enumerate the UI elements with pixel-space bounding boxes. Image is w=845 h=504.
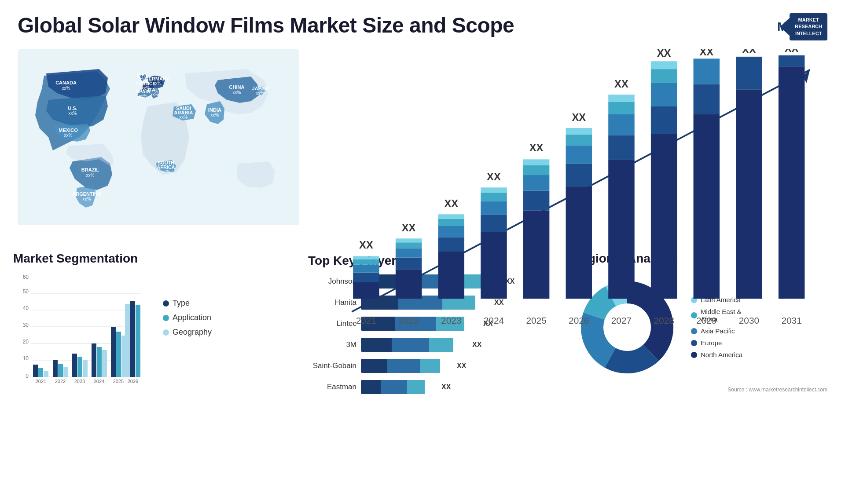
svg-rect-70 [566,186,592,299]
page-title: Global Solar Window Films Market Size an… [18,13,514,37]
svg-rect-64 [523,191,549,211]
world-map-svg: CANADA xx% U.S. xx% MEXICO xx% BRAZIL xx… [18,49,299,225]
svg-rect-49 [438,252,464,299]
svg-text:10: 10 [23,355,29,362]
svg-rect-36 [353,273,379,282]
svg-rect-128 [83,360,88,377]
svg-rect-120 [44,371,48,377]
svg-text:xx%: xx% [211,113,219,117]
player-bar-saintgobain: XX [361,359,555,373]
svg-rect-123 [58,364,63,377]
svg-text:2025: 2025 [526,315,546,325]
svg-text:2026: 2026 [569,315,589,325]
svg-text:XX: XX [402,222,416,234]
svg-rect-39 [353,256,379,259]
svg-rect-122 [53,360,58,377]
svg-rect-132 [102,350,107,377]
svg-rect-73 [566,135,592,146]
svg-text:2027: 2027 [611,315,632,325]
svg-text:XX: XX [742,49,756,55]
svg-text:2028: 2028 [654,315,674,325]
svg-rect-37 [353,265,379,273]
svg-text:xx%: xx% [64,133,73,138]
svg-text:XX: XX [487,171,501,183]
page-header: Global Solar Window Films Market Size an… [0,0,845,45]
logo-box: MARKET RESEARCH INTELLECT [790,13,827,40]
svg-rect-78 [608,135,634,160]
svg-rect-59 [481,193,507,201]
svg-text:2024: 2024 [484,315,504,325]
svg-rect-91 [694,114,720,299]
svg-rect-52 [438,219,464,226]
svg-text:xx%: xx% [83,197,91,201]
player-name-eastman: Eastman [308,383,356,391]
svg-rect-50 [438,237,464,252]
svg-text:2023: 2023 [74,379,85,384]
svg-text:2023: 2023 [441,315,461,325]
svg-rect-35 [353,282,379,299]
svg-text:xx%: xx% [153,81,162,86]
svg-rect-81 [608,95,634,102]
svg-text:XX: XX [699,49,713,58]
svg-rect-72 [566,146,592,164]
svg-text:ARGENTINA: ARGENTINA [72,191,101,197]
svg-text:2024: 2024 [94,379,104,384]
svg-text:2021: 2021 [36,379,46,384]
svg-text:U.S.: U.S. [68,106,77,111]
svg-rect-101 [779,66,805,299]
svg-rect-119 [38,368,43,377]
svg-rect-131 [97,347,102,377]
svg-rect-127 [77,357,82,377]
svg-rect-98 [736,57,762,89]
svg-rect-97 [736,89,762,299]
svg-rect-102 [779,55,805,66]
svg-text:XX: XX [614,78,628,90]
svg-text:xx%: xx% [162,169,170,174]
svg-rect-84 [651,134,677,299]
svg-text:xx%: xx% [62,86,70,91]
svg-rect-130 [92,343,96,377]
svg-text:2022: 2022 [398,315,419,325]
svg-text:xx%: xx% [180,115,188,120]
svg-text:2029: 2029 [696,315,716,325]
svg-rect-53 [438,214,464,219]
svg-text:2025: 2025 [113,379,124,384]
svg-text:xx%: xx% [86,173,95,178]
svg-text:2031: 2031 [781,315,801,325]
svg-rect-44 [396,248,422,258]
svg-text:BRAZIL: BRAZIL [81,167,99,172]
bar-chart-svg: XX 2021 XX 2022 XX 2023 [312,49,823,339]
svg-text:XX: XX [444,197,458,209]
svg-rect-92 [694,84,720,114]
svg-rect-56 [481,232,507,299]
svg-rect-63 [523,211,549,299]
svg-rect-80 [608,102,634,114]
svg-text:CANADA: CANADA [55,80,77,85]
svg-rect-42 [396,269,422,299]
svg-text:xx%: xx% [69,111,77,116]
svg-text:2030: 2030 [739,315,759,325]
player-row-eastman: Eastman XX [308,380,555,394]
svg-rect-67 [523,160,549,165]
svg-rect-77 [608,160,634,299]
svg-rect-45 [396,242,422,248]
svg-rect-66 [523,165,549,175]
svg-rect-43 [396,258,422,270]
svg-text:XX: XX [359,239,373,251]
svg-text:XX: XX [529,142,544,154]
svg-rect-60 [481,187,507,193]
reg-legend-na: North America [691,351,742,358]
world-map-section: CANADA xx% U.S. xx% MEXICO xx% BRAZIL xx… [13,45,304,343]
svg-text:INDIA: INDIA [208,107,221,113]
bar-chart-section: XX 2021 XX 2022 XX 2023 [304,45,832,343]
logo-area: M MARKET RESEARCH INTELLECT [777,13,827,40]
svg-text:xx%: xx% [139,94,147,99]
svg-rect-46 [396,238,422,242]
svg-rect-85 [651,106,677,134]
player-bar-eastman: XX [361,380,555,394]
svg-rect-124 [63,367,68,377]
svg-rect-57 [481,215,507,232]
svg-rect-51 [438,226,464,237]
svg-text:xx%: xx% [233,90,241,95]
svg-rect-88 [651,61,677,69]
